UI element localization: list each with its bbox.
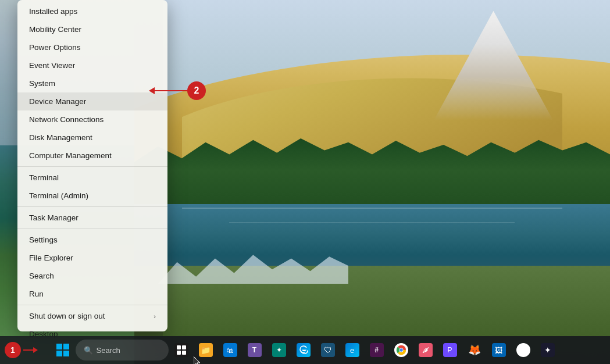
sparkle-icon: ✦ <box>541 343 555 357</box>
proton-button[interactable]: P <box>438 338 462 362</box>
chrome2-icon: ⊕ <box>516 343 530 357</box>
badge-1: 1 <box>5 342 21 358</box>
chevron-right-icon: › <box>154 313 156 320</box>
menu-item-search[interactable]: Search <box>17 267 167 285</box>
photos-icon: 🖼 <box>492 343 506 357</box>
landscape <box>134 0 610 364</box>
teal-app-button[interactable]: ✦ <box>267 338 291 362</box>
taskbar-center-area: 🔍 Search 📁 🛍 <box>51 338 559 362</box>
edge-icon <box>297 343 311 357</box>
task-view-icon <box>174 343 188 357</box>
svg-point-10 <box>399 348 403 352</box>
teams-button[interactable]: T <box>243 338 266 362</box>
menu-item-event-viewer[interactable]: Event Viewer <box>17 56 167 74</box>
menu-item-file-explorer[interactable]: File Explorer <box>17 249 167 267</box>
menu-item-shutdown[interactable]: Shut down or sign out › <box>17 307 167 325</box>
chrome-button[interactable] <box>390 338 413 362</box>
lake-shimmer2 <box>229 222 515 223</box>
sparkle-button[interactable]: ✦ <box>536 338 559 362</box>
separator-4 <box>17 305 167 305</box>
menu-item-terminal[interactable]: Terminal <box>17 169 167 187</box>
menu-item-settings[interactable]: Settings <box>17 231 167 249</box>
separator-1 <box>17 166 167 167</box>
task-view-button[interactable] <box>170 338 193 362</box>
context-menu: Installed apps Mobility Center Power Opt… <box>17 0 167 331</box>
desktop: Installed apps Mobility Center Power Opt… <box>0 0 610 364</box>
edge-button[interactable] <box>292 338 315 362</box>
chrome2-button[interactable]: ⊕ <box>512 338 535 362</box>
separator-2 <box>17 206 167 207</box>
menu-item-network-connections[interactable]: Network Connections <box>17 110 167 129</box>
svg-rect-0 <box>56 344 62 349</box>
svg-rect-7 <box>182 351 186 355</box>
search-label: Search <box>97 346 120 355</box>
ms-store-button[interactable]: 🛍 <box>219 338 242 362</box>
svg-rect-5 <box>182 345 186 349</box>
separator-3 <box>17 229 167 229</box>
slack-icon: # <box>370 343 384 357</box>
taskbar-left-area: 1 <box>5 342 40 358</box>
menu-item-installed-apps[interactable]: Installed apps <box>17 2 167 20</box>
firefox-button[interactable]: 🦊 <box>463 338 486 362</box>
start-button[interactable] <box>51 338 74 362</box>
search-icon: 🔍 <box>84 346 93 355</box>
svg-rect-1 <box>63 344 69 349</box>
edge2-icon: e <box>345 343 359 357</box>
menu-item-mobility-center[interactable]: Mobility Center <box>17 20 167 38</box>
menu-item-system[interactable]: System <box>17 74 167 92</box>
slack-button[interactable]: # <box>365 338 388 362</box>
svg-rect-6 <box>177 351 181 355</box>
lake-shimmer <box>182 208 563 209</box>
firefox-icon: 🦊 <box>468 343 481 357</box>
taskbar-search[interactable]: 🔍 Search <box>76 340 169 361</box>
gallium-button[interactable]: 🌶 <box>414 338 437 362</box>
svg-rect-3 <box>63 351 69 356</box>
file-explorer-icon: 📁 <box>199 343 213 357</box>
teams-icon: T <box>248 343 262 357</box>
photos-button[interactable]: 🖼 <box>487 338 511 362</box>
windows-logo-icon <box>56 344 69 356</box>
edge2-button[interactable]: e <box>341 338 364 362</box>
menu-item-computer-management[interactable]: Computer Management <box>17 147 167 165</box>
file-explorer-button[interactable]: 📁 <box>194 338 217 362</box>
menu-item-disk-management[interactable]: Disk Management <box>17 129 167 147</box>
proton-icon: P <box>443 343 457 357</box>
malwarebytes-icon: 🛡 <box>321 343 335 357</box>
svg-rect-4 <box>177 345 181 349</box>
taskbar: 1 🔍 Search <box>0 336 610 364</box>
menu-item-run[interactable]: Run <box>17 285 167 303</box>
ms-store-icon: 🛍 <box>223 343 237 357</box>
menu-item-power-options[interactable]: Power Options <box>17 38 167 56</box>
malwarebytes-button[interactable]: 🛡 <box>316 338 340 362</box>
svg-rect-2 <box>56 351 62 356</box>
teal-app-icon: ✦ <box>272 343 286 357</box>
chrome-icon <box>394 343 408 357</box>
gallium-icon: 🌶 <box>419 343 433 357</box>
menu-item-device-manager[interactable]: Device Manager <box>17 92 167 110</box>
annotation-arrow-1 <box>23 349 37 351</box>
menu-item-task-manager[interactable]: Task Manager <box>17 209 167 227</box>
menu-item-terminal-admin[interactable]: Terminal (Admin) <box>17 187 167 205</box>
